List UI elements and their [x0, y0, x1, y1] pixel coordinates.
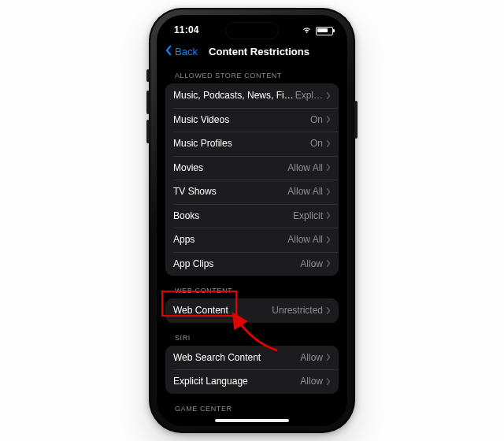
row-label: TV Shows	[173, 186, 287, 197]
chevron-right-icon	[326, 116, 331, 123]
row-music-podcasts-news-fitness[interactable]: Music, Podcasts, News, Fitness Expl…	[165, 83, 339, 108]
row-value: Allow	[300, 258, 323, 269]
chevron-right-icon	[326, 164, 331, 171]
status-icons	[302, 25, 333, 36]
volume-down	[146, 120, 150, 143]
row-value: Explicit	[293, 210, 323, 221]
row-label: Music Videos	[173, 114, 310, 125]
volume-up	[146, 91, 150, 114]
section-header-siri: SIRI	[175, 334, 339, 342]
battery-icon	[316, 27, 333, 35]
section-header-web: WEB CONTENT	[175, 287, 339, 295]
dynamic-island	[225, 22, 279, 39]
section-header-gamecenter: GAME CENTER	[175, 405, 339, 413]
chevron-right-icon	[326, 236, 331, 243]
row-movies[interactable]: Movies Allow All	[165, 156, 339, 180]
chevron-right-icon	[326, 92, 331, 99]
chevron-right-icon	[326, 307, 331, 314]
page-title: Content Restrictions	[157, 46, 347, 57]
section-header-allowed: ALLOWED STORE CONTENT	[175, 72, 339, 80]
status-time: 11:04	[174, 24, 199, 35]
row-explicit-language[interactable]: Explicit Language Allow	[165, 369, 339, 394]
wifi-icon	[302, 25, 312, 36]
chevron-right-icon	[326, 260, 331, 267]
row-label: Apps	[173, 234, 287, 245]
row-tv-shows[interactable]: TV Shows Allow All	[165, 180, 339, 204]
row-label: Books	[173, 210, 293, 221]
row-web-search-content[interactable]: Web Search Content Allow	[165, 346, 339, 370]
row-value: Allow All	[287, 162, 323, 173]
row-value: Allow All	[287, 234, 323, 245]
nav-bar: Back Content Restrictions	[157, 43, 347, 67]
chevron-right-icon	[326, 140, 331, 147]
row-value: On	[310, 114, 323, 125]
home-indicator[interactable]	[215, 419, 289, 422]
row-label: Music, Podcasts, News, Fitness	[173, 90, 295, 101]
mute-switch	[146, 69, 150, 82]
row-value: Unrestricted	[272, 305, 323, 316]
row-apps[interactable]: Apps Allow All	[165, 228, 339, 252]
row-web-content[interactable]: Web Content Unrestricted	[165, 298, 339, 323]
row-music-videos[interactable]: Music Videos On	[165, 108, 339, 132]
row-value: Allow	[300, 376, 323, 387]
row-music-profiles[interactable]: Music Profiles On	[165, 132, 339, 156]
row-label: App Clips	[173, 258, 300, 269]
row-value: Allow All	[287, 186, 323, 197]
settings-content[interactable]: ALLOWED STORE CONTENT Music, Podcasts, N…	[157, 72, 347, 426]
chevron-right-icon	[326, 212, 331, 219]
row-value: Allow	[300, 352, 323, 363]
row-app-clips[interactable]: App Clips Allow	[165, 252, 339, 276]
chevron-right-icon	[326, 378, 331, 385]
row-books[interactable]: Books Explicit	[165, 204, 339, 228]
power-button	[354, 101, 358, 139]
group-siri: Web Search Content Allow Explicit Langua…	[165, 346, 339, 394]
row-value: Expl…	[295, 90, 323, 101]
group-web-content: Web Content Unrestricted	[165, 298, 339, 323]
row-label: Explicit Language	[173, 376, 300, 387]
row-label: Web Content	[173, 305, 272, 316]
chevron-right-icon	[326, 354, 331, 361]
row-label: Music Profiles	[173, 138, 310, 149]
screen: 11:04 Back Content Restrictions	[157, 15, 347, 426]
chevron-right-icon	[326, 188, 331, 195]
row-label: Movies	[173, 162, 287, 173]
group-allowed-store-content: Music, Podcasts, News, Fitness Expl… Mus…	[165, 83, 339, 276]
row-value: On	[310, 138, 323, 149]
iphone-frame: 11:04 Back Content Restrictions	[149, 8, 355, 433]
row-label: Web Search Content	[173, 352, 300, 363]
